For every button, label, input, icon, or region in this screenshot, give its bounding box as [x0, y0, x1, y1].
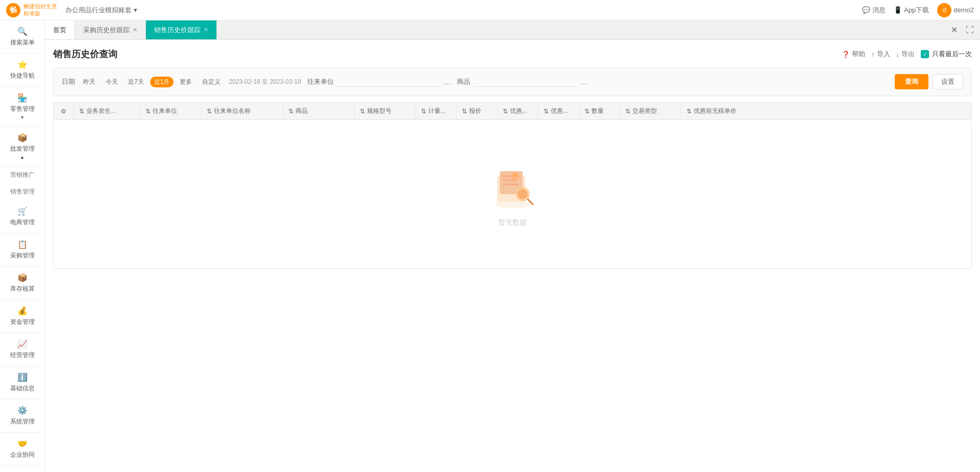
operations-icon: 📈 [17, 339, 28, 349]
tab-close-all-btn[interactable]: ✕ [949, 23, 960, 37]
retail-icon: 🏪 [17, 93, 28, 103]
th-unit-code[interactable]: ⇅ 往来单位 [140, 103, 202, 120]
th-qty[interactable]: ⇅ 数量 [579, 103, 620, 120]
unit-label: 往来单位 [307, 77, 334, 86]
inventory-icon: 📦 [17, 273, 28, 282]
system-icon: ⚙️ [17, 406, 28, 415]
th-calc[interactable]: ⇅ 计量... [416, 103, 457, 120]
th-spec[interactable]: ⇅ 规格型号 [355, 103, 416, 120]
tab-fullscreen-btn[interactable]: ⛶ [964, 23, 976, 37]
sidebar-item-quicknav[interactable]: ⭐ 快捷导航 [0, 54, 44, 87]
sidebar-item-sales-mgmt[interactable]: 销售管理 [0, 183, 44, 200]
chevron-down-icon: ▾ [134, 6, 137, 14]
logo-area: 畅 畅捷信好生意 标准版 [6, 3, 57, 17]
sidebar-item-inventory[interactable]: 📦 库存核算 [0, 267, 44, 300]
sales-tab-close[interactable]: ✕ [204, 27, 208, 33]
date-custom-btn[interactable]: 自定义 [198, 77, 225, 87]
message-icon: 💬 [862, 6, 870, 14]
date-range: 2023-02-18 至 2023-03-18 [229, 78, 301, 86]
tab-home[interactable]: 首页 [45, 20, 75, 39]
sidebar: 🔍 搜索菜单 ⭐ 快捷导航 🏪 零售管理 ▾ 📦 批发管理 ▲ 营销推广 销售管… [0, 20, 45, 472]
product-input[interactable] [474, 77, 576, 87]
th-product[interactable]: ⇅ 商品 [283, 103, 355, 120]
sidebar-item-retail[interactable]: 🏪 零售管理 ▾ [0, 87, 44, 127]
th-discount2[interactable]: ⇅ 优惠... [538, 103, 579, 120]
sidebar-item-search[interactable]: 🔍 搜索菜单 [0, 20, 44, 54]
unit-filter: 往来单位 ... [307, 77, 451, 87]
retail-expand-icon: ▾ [21, 114, 23, 120]
date-yesterday-btn[interactable]: 昨天 [79, 77, 100, 87]
date-filter: 日期 昨天 今天 近7天 近1月 更多 自定义 2023-02-18 至 202… [62, 77, 301, 87]
sort-icon-d2: ⇅ [544, 108, 549, 115]
only-last-checkbox-area[interactable]: ✓ 只看最后一次 [921, 50, 972, 59]
checkbox-icon: ✓ [921, 50, 929, 58]
message-btn[interactable]: 💬 消息 [862, 6, 886, 15]
sort-icon-calc: ⇅ [421, 108, 426, 115]
app-download-btn[interactable]: 📱 App下载 [894, 6, 929, 15]
product-filter: 商品 ... [457, 77, 587, 87]
product-dots-btn[interactable]: ... [580, 77, 587, 86]
unit-dots-btn[interactable]: ... [444, 77, 451, 86]
sidebar-item-wholesale[interactable]: 📦 批发管理 ▲ [0, 127, 44, 167]
tab-sales[interactable]: 销售历史价跟踪 ✕ [146, 20, 217, 39]
sidebar-item-system[interactable]: ⚙️ 系统管理 [0, 399, 44, 433]
help-icon: ❓ [842, 51, 850, 58]
export-btn[interactable]: ↓ 导出 [896, 50, 915, 59]
sidebar-item-guide[interactable]: 🎯 新手引导 [0, 466, 44, 472]
filter-bar: 日期 昨天 今天 近7天 近1月 更多 自定义 2023-02-18 至 202… [53, 67, 972, 96]
user-profile[interactable]: d demo2 [937, 3, 974, 17]
date-more-btn[interactable]: 更多 [176, 77, 196, 87]
help-btn[interactable]: ❓ 帮助 [842, 50, 865, 59]
query-btn[interactable]: 查询 [895, 74, 928, 89]
top-bar: 畅 畅捷信好生意 标准版 办公用品行业模拟账套 ▾ 💬 消息 📱 App下载 d… [0, 0, 980, 20]
import-btn[interactable]: ↑ 导入 [871, 50, 890, 59]
date-last7-btn[interactable]: 近7天 [124, 77, 148, 87]
sidebar-item-basic[interactable]: ℹ️ 基础信息 [0, 366, 44, 399]
th-discount1[interactable]: ⇅ 优惠... [498, 103, 538, 120]
sidebar-item-operations[interactable]: 📈 经营管理 [0, 333, 44, 366]
empty-text: 暂无数据 [498, 218, 527, 227]
th-settings[interactable]: ⚙ [54, 103, 74, 120]
logo-text: 畅捷信好生意 标准版 [23, 3, 57, 16]
purchase-icon: 📋 [17, 240, 28, 249]
finance-icon: 💰 [17, 306, 28, 316]
sort-icon-product: ⇅ [288, 108, 293, 115]
date-filter-btns: 昨天 今天 近7天 近1月 更多 自定义 [79, 77, 225, 87]
search-icon: 🔍 [17, 27, 28, 36]
unit-input[interactable] [338, 77, 440, 87]
sidebar-item-purchase[interactable]: 📋 采购管理 [0, 233, 44, 267]
table-header: ⚙ ⇅ 业务发生... ⇅ 往来单位 ⇅ 往来单位名称 [54, 103, 971, 120]
th-unit-name[interactable]: ⇅ 往来单位名称 [202, 103, 283, 120]
sort-icon-trade: ⇅ [625, 108, 630, 115]
th-price[interactable]: ⇅ 报价 [457, 103, 498, 120]
filter-settings-btn[interactable]: 设置 [933, 74, 963, 89]
product-label: 商品 [457, 77, 470, 86]
sidebar-item-marketing[interactable]: 营销推广 [0, 167, 44, 183]
purchase-tab-label: 采购历史价跟踪 [83, 26, 130, 35]
date-last1m-btn[interactable]: 近1月 [150, 77, 174, 87]
th-notax[interactable]: ⇅ 优惠前无税单价 [681, 103, 971, 120]
date-today-btn[interactable]: 今天 [102, 77, 122, 87]
purchase-tab-close[interactable]: ✕ [133, 27, 137, 33]
top-bar-left: 畅 畅捷信好生意 标准版 办公用品行业模拟账套 ▾ [6, 3, 141, 17]
filter-actions: 查询 设置 [895, 74, 963, 89]
sort-icon: ⇅ [79, 108, 84, 115]
empty-icon [487, 161, 538, 212]
th-trade[interactable]: ⇅ 交易类型 [620, 103, 681, 120]
table-settings-icon: ⚙ [61, 108, 66, 115]
content-area: 首页 采购历史价跟踪 ✕ 销售历史价跟踪 ✕ ✕ ⛶ 销售历史价查询 [45, 20, 980, 472]
sidebar-item-cooperation[interactable]: 🤝 企业协同 [0, 433, 44, 466]
th-date[interactable]: ⇅ 业务发生... [74, 103, 140, 120]
ecommerce-icon: 🛒 [17, 206, 28, 216]
sort-icon-spec: ⇅ [360, 108, 365, 115]
tab-purchase[interactable]: 采购历史价跟踪 ✕ [75, 20, 146, 39]
sidebar-item-finance[interactable]: 💰 资金管理 [0, 300, 44, 333]
star-icon: ⭐ [17, 60, 28, 69]
sidebar-item-ecommerce[interactable]: 🛒 电商管理 [0, 200, 44, 233]
top-bar-right: 💬 消息 📱 App下载 d demo2 [862, 3, 974, 17]
sales-tab-label: 销售历史价跟踪 [154, 26, 201, 35]
wholesale-icon: 📦 [17, 133, 28, 143]
home-tab-label: 首页 [53, 26, 66, 35]
cooperation-icon: 🤝 [17, 439, 28, 449]
app-selector[interactable]: 办公用品行业模拟账套 ▾ [61, 4, 141, 17]
